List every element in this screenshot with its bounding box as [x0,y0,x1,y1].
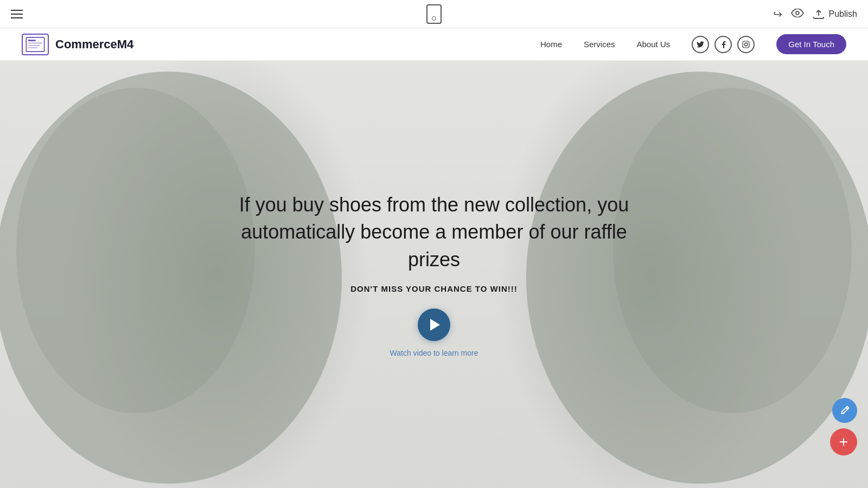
svg-rect-5 [28,47,38,48]
fab-edit-button[interactable] [832,398,857,423]
play-button[interactable] [418,309,450,341]
toolbar-center [426,4,442,24]
plus-icon: + [839,433,848,451]
social-icons [692,36,755,53]
publish-label: Publish [829,9,857,19]
svg-rect-4 [28,44,40,46]
nav-area: Home Services About Us Get [540,34,846,54]
undo-icon[interactable]: ↩ [773,8,782,21]
svg-rect-6 [743,41,749,48]
nav-home[interactable]: Home [540,40,562,49]
toolbar-right: ↩ Publish [773,8,857,21]
preview-eye-icon[interactable] [791,8,804,20]
hamburger-menu-icon[interactable] [11,10,23,18]
instagram-icon[interactable] [737,36,755,53]
watch-video-link[interactable]: Watch video to learn more [390,349,478,357]
facebook-icon[interactable] [714,36,732,53]
svg-rect-3 [28,42,42,43]
svg-rect-2 [28,40,36,41]
toolbar: ↩ Publish [0,0,868,28]
hero-subtext: DON'T MISS YOUR CHANCE TO WIN!!! [217,284,651,293]
logo-text: CommerceM4 [55,37,133,52]
twitter-icon[interactable] [692,36,709,53]
cta-button[interactable]: Get In Touch [776,34,846,54]
mobile-preview-icon[interactable] [426,4,442,24]
site-header: CommerceM4 Home Services About Us [0,28,868,61]
logo-area: CommerceM4 [22,34,133,55]
nav-about[interactable]: About Us [637,40,671,49]
play-button-area: Watch video to learn more [217,309,651,357]
toolbar-left [11,10,23,18]
svg-rect-1 [26,37,44,51]
svg-point-0 [796,11,799,15]
hero-headline: If you buy shoes from the new collection… [217,191,651,273]
nav-services[interactable]: Services [584,40,615,49]
hero-content: If you buy shoes from the new collection… [217,191,651,357]
fab-add-button[interactable]: + [830,428,857,455]
hero-section: If you buy shoes from the new collection… [0,61,868,488]
play-triangle-icon [430,319,440,331]
publish-button[interactable]: Publish [813,9,857,19]
logo-icon [22,34,49,55]
svg-point-7 [744,43,748,46]
svg-point-8 [748,42,748,43]
